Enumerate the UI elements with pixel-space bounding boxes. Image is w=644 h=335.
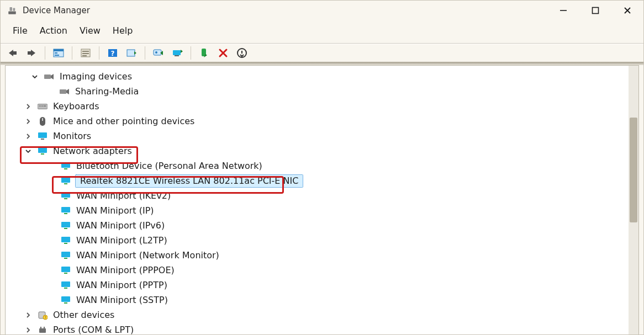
network-adapter-icon (61, 295, 71, 305)
svg-rect-42 (61, 222, 70, 227)
tree-item-keyboards[interactable]: Keyboards (23, 99, 638, 114)
svg-rect-40 (61, 207, 70, 212)
tree-item-label: Keyboards (52, 99, 101, 114)
tree-item-realtek-wlan[interactable]: Realtek 8821CE Wireless LAN 802.11ac PCI… (61, 173, 638, 188)
chevron-down-icon[interactable] (30, 72, 40, 82)
chevron-down-icon[interactable] (23, 146, 33, 156)
menu-file[interactable]: File (8, 24, 32, 38)
menu-action[interactable]: Action (35, 24, 72, 38)
svg-rect-32 (38, 147, 47, 153)
tree-item-label: Ports (COM & LPT) (52, 322, 135, 335)
tree-item-label: Realtek 8821CE Wireless LAN 802.11ac PCI… (79, 173, 299, 188)
menu-help[interactable]: Help (108, 24, 137, 38)
action-button[interactable] (124, 46, 139, 60)
help-button[interactable]: ? (105, 46, 120, 60)
svg-rect-41 (64, 213, 67, 214)
menubar: File Action View Help (1, 20, 643, 43)
svg-rect-47 (64, 258, 67, 259)
camera-icon (60, 87, 70, 97)
chevron-right-icon[interactable] (23, 116, 33, 126)
maximize-button[interactable] (579, 1, 611, 20)
minimize-button[interactable] (547, 1, 579, 20)
svg-rect-17 (173, 50, 181, 55)
svg-text:?: ? (111, 50, 115, 57)
tree-item-wan-pptp[interactable]: WAN Miniport (PPTP) (61, 278, 638, 293)
tree-item-wan-sstp[interactable]: WAN Miniport (SSTP) (61, 293, 638, 307)
network-adapter-icon (61, 221, 71, 231)
svg-rect-52 (61, 296, 70, 302)
tree-item-wan-ikev2[interactable]: WAN Miniport (IKEv2) (61, 188, 638, 203)
window-title: Device Manager (23, 6, 90, 15)
chevron-right-icon[interactable] (23, 325, 33, 335)
svg-rect-7 (55, 55, 59, 56)
tree-item-other-devices[interactable]: ? Other devices (23, 307, 638, 322)
vertical-scrollbar[interactable] (629, 66, 638, 335)
tree-item-mice[interactable]: Mice and other pointing devices (23, 114, 638, 129)
chevron-right-icon[interactable] (23, 131, 33, 141)
tree-item-network-adapters[interactable]: Network adapters (23, 143, 638, 158)
scan-hardware-button[interactable] (151, 46, 166, 60)
tree-item-sharing-media[interactable]: Sharing-Media (45, 84, 638, 99)
chevron-right-icon[interactable] (23, 310, 33, 320)
svg-rect-2 (13, 8, 15, 11)
svg-rect-18 (175, 55, 179, 56)
svg-rect-46 (61, 252, 70, 257)
svg-rect-43 (64, 228, 67, 229)
svg-rect-10 (82, 53, 89, 54)
svg-rect-45 (64, 243, 67, 244)
show-hide-tree-button[interactable] (51, 46, 66, 60)
tree-item-wan-netmon[interactable]: WAN Miniport (Network Monitor) (61, 248, 638, 263)
svg-rect-0 (8, 12, 16, 14)
svg-rect-59 (44, 327, 45, 329)
device-tree[interactable]: Imaging devices Sharing-Media Keyboards … (6, 66, 638, 335)
device-tree-pane: Imaging devices Sharing-Media Keyboards … (5, 65, 639, 335)
tree-item-wan-pppoe[interactable]: WAN Miniport (PPPOE) (61, 263, 638, 278)
disable-device-button[interactable] (234, 46, 250, 60)
network-adapter-icon (61, 236, 71, 246)
tree-item-label: WAN Miniport (IPv6) (75, 218, 166, 233)
enable-device-button[interactable] (197, 46, 212, 60)
network-adapter-icon (38, 146, 47, 156)
network-adapter-icon (61, 176, 71, 186)
window-controls (547, 1, 643, 20)
mouse-icon (38, 116, 47, 126)
keyboard-icon (38, 102, 47, 111)
svg-rect-25 (40, 105, 41, 107)
nav-forward-button[interactable] (24, 46, 39, 60)
close-button[interactable] (611, 1, 643, 20)
tree-item-imaging-devices[interactable]: Imaging devices (30, 69, 638, 84)
toolbar: ? (1, 43, 643, 62)
svg-rect-50 (61, 281, 70, 287)
nav-back-button[interactable] (5, 46, 20, 60)
tree-item-bt-pan[interactable]: Bluetooth Device (Personal Area Network) (61, 158, 638, 173)
tree-item-label: Sharing-Media (74, 84, 140, 99)
update-driver-button[interactable] (170, 46, 185, 60)
tree-item-monitors[interactable]: Monitors (23, 129, 638, 143)
svg-rect-37 (64, 183, 67, 184)
tree-item-wan-l2tp[interactable]: WAN Miniport (L2TP) (61, 233, 638, 248)
svg-rect-9 (82, 51, 89, 52)
scrollbar-thumb[interactable] (630, 118, 637, 222)
svg-rect-57 (39, 328, 46, 333)
svg-rect-27 (44, 105, 46, 107)
tree-item-wan-ip[interactable]: WAN Miniport (IP) (61, 203, 638, 218)
network-adapter-icon (61, 251, 71, 260)
tree-item-label: WAN Miniport (IP) (75, 203, 155, 218)
tree-item-label: Monitors (52, 129, 92, 143)
tree-item-ports[interactable]: Ports (COM & LPT) (23, 322, 638, 335)
network-adapter-icon (61, 265, 71, 275)
tree-item-label: Bluetooth Device (Personal Area Network) (75, 158, 263, 173)
chevron-right-icon[interactable] (23, 102, 33, 111)
svg-rect-31 (41, 139, 44, 140)
network-adapter-icon (61, 191, 71, 201)
camera-icon (44, 72, 54, 82)
uninstall-device-button[interactable] (215, 46, 231, 60)
properties-button[interactable] (78, 46, 93, 60)
svg-rect-34 (61, 162, 70, 168)
svg-rect-3 (593, 8, 599, 14)
svg-text:?: ? (44, 316, 46, 320)
svg-rect-33 (41, 153, 44, 155)
tree-item-wan-ipv6[interactable]: WAN Miniport (IPv6) (61, 218, 638, 233)
menu-view[interactable]: View (75, 24, 105, 38)
port-icon (38, 325, 47, 335)
